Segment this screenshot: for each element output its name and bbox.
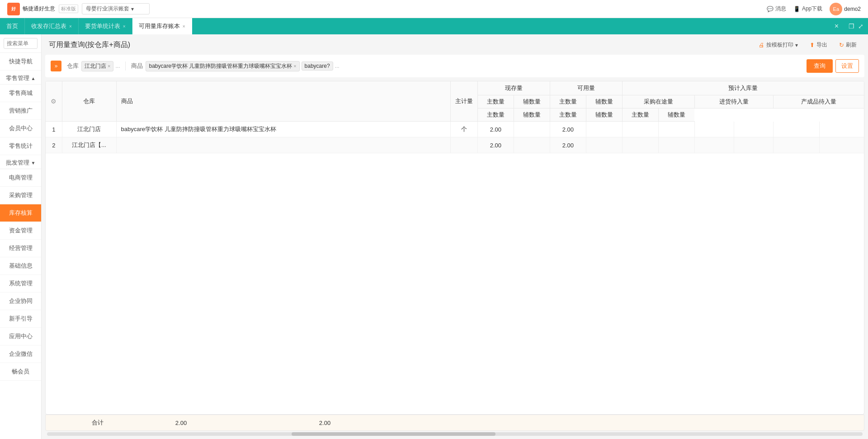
user-profile[interactable]: Ea demo2: [830, 3, 861, 15]
cell-purchase-main-1: [622, 122, 658, 137]
sidebar-item-member[interactable]: 会员中心: [0, 120, 41, 137]
settings-button[interactable]: 设置: [835, 59, 859, 73]
table-row: 1 江北门店 babycare学饮杯 儿童防摔防撞吸管杯重力球吸嘴杯宝宝水杯 个…: [46, 122, 864, 137]
sidebar-nav: 零售管理 ▲ 零售商城 营销推广 会员中心 零售统计 批发管理 ▼ 电商管理: [0, 71, 41, 381]
tab-order[interactable]: 要货单统计表 ×: [79, 18, 132, 34]
restore-icon[interactable]: ❐: [848, 22, 855, 31]
maximize-icon[interactable]: ⤢: [857, 22, 864, 31]
th-product: 商品: [116, 81, 450, 122]
search-input[interactable]: [4, 38, 38, 49]
tab-receipt-close[interactable]: ×: [69, 24, 72, 29]
scrollbar-thumb[interactable]: [292, 432, 495, 436]
sidebar-item-finance[interactable]: 资金管理: [0, 222, 41, 240]
footer-incoming-aux: [648, 420, 720, 426]
message-button[interactable]: 💬 消息: [767, 5, 786, 13]
message-label: 消息: [775, 5, 786, 13]
page-actions: 🖨 按模板打印 ▾ ⬆ 导出 ↻ 刷新: [755, 39, 861, 51]
th-incoming-aux: 辅数量: [586, 109, 622, 122]
th-production-main: 主数量: [622, 109, 658, 122]
th-stock-main: 主数量: [477, 95, 514, 109]
close-all-tabs[interactable]: ×: [829, 18, 844, 34]
sidebar-retail-mgmt-label: 零售管理: [6, 74, 29, 82]
cell-production-main-1: [774, 122, 819, 137]
account-selector-value: 母婴行业演示账套: [86, 5, 129, 13]
expand-filter-button[interactable]: »: [51, 61, 61, 71]
sidebar-item-retail-mgmt[interactable]: 零售管理 ▲: [0, 71, 41, 85]
warehouse-filter: 仓库 江北门店 × ...: [67, 61, 120, 71]
cell-product-2: [116, 137, 450, 153]
table-row: 2 江北门店【... 2.00 2.00: [46, 137, 864, 153]
footer-label: 合计: [46, 419, 145, 427]
warehouse-tag-1[interactable]: 江北门店 ×: [81, 61, 113, 71]
sidebar: 快捷导航 零售管理 ▲ 零售商城 营销推广 会员中心 零售统计 批发管理 ▼: [0, 34, 42, 439]
cell-available-aux-2: [586, 137, 622, 153]
sidebar-item-inventory-check[interactable]: 库存核算: [0, 204, 41, 222]
warehouse-tags: 江北门店 × ...: [81, 61, 120, 71]
sidebar-item-vip[interactable]: 畅会员: [0, 363, 41, 381]
sidebar-item-basic-info[interactable]: 基础信息: [0, 257, 41, 275]
page-title: 可用量查询(按仓库+商品): [49, 40, 130, 50]
filter-divider: [125, 61, 126, 71]
gear-icon[interactable]: ⚙: [51, 98, 57, 105]
account-selector[interactable]: 母婴行业演示账套 ▾: [82, 3, 150, 14]
cell-purchase-aux-1: [658, 122, 694, 137]
sidebar-item-app-center[interactable]: 应用中心: [0, 328, 41, 345]
tab-home[interactable]: 首页: [0, 18, 25, 34]
sidebar-item-wholesale-mgmt[interactable]: 批发管理 ▼: [0, 155, 41, 169]
sidebar-item-newbie[interactable]: 新手引导: [0, 310, 41, 328]
tab-order-close[interactable]: ×: [123, 24, 126, 29]
th-purchase-group: 采购在途量: [622, 95, 694, 109]
product-tag-close-1[interactable]: ×: [293, 63, 296, 69]
cell-available-aux-1: [586, 122, 622, 137]
product-tag-2[interactable]: babycare?: [302, 61, 333, 71]
sidebar-item-purchase[interactable]: 采购管理: [0, 187, 41, 204]
logo-text: 畅捷通好生意: [23, 5, 55, 13]
sidebar-item-retail-shop[interactable]: 零售商城: [0, 85, 41, 102]
warehouse-more[interactable]: ...: [115, 63, 120, 69]
tab-inventory-close[interactable]: ×: [183, 24, 185, 29]
scrollbar-track: [47, 432, 863, 436]
app-download-button[interactable]: 📱 App下载: [793, 5, 822, 13]
print-button[interactable]: 🖨 按模板打印 ▾: [755, 39, 802, 51]
cell-stock-aux-1: [514, 122, 550, 137]
cell-production-aux-1: [819, 122, 864, 137]
footer-stock-main: 2.00: [145, 420, 217, 426]
table-footer: 合计 2.00 2.00: [45, 415, 864, 431]
warehouse-tag-close[interactable]: ×: [108, 63, 110, 69]
sidebar-item-quick-nav[interactable]: 快捷导航: [0, 53, 41, 71]
cell-warehouse-2: 江北门店【...: [62, 137, 116, 153]
warehouse-label: 仓库: [67, 62, 79, 70]
top-bar-left: 好 畅捷通好生意 标准版 母婴行业演示账套 ▾: [7, 3, 150, 15]
product-tag-1[interactable]: babycare学饮杯 儿童防摔防撞吸管杯重力球吸嘴杯宝宝水杯 ×: [146, 61, 299, 71]
footer-stock-aux: [217, 420, 289, 426]
horizontal-scrollbar[interactable]: [45, 431, 864, 437]
product-tag-text-1: babycare学饮杯 儿童防摔防撞吸管杯重力球吸嘴杯宝宝水杯: [149, 62, 292, 70]
footer-available-aux: [361, 420, 433, 426]
cell-no-2: 2: [46, 137, 62, 153]
th-incoming-main: 主数量: [550, 109, 586, 122]
th-warehouse: 仓库: [62, 81, 116, 122]
th-unit: 主计量: [450, 81, 477, 122]
avatar: Ea: [830, 3, 842, 15]
sidebar-item-retail-stats[interactable]: 零售统计: [0, 137, 41, 155]
th-settings[interactable]: ⚙: [46, 81, 62, 122]
filter-bar: » 仓库 江北门店 × ... 商品 babycare学饮杯 儿童防摔防撞吸管杯…: [45, 55, 864, 77]
th-purchase-main: 主数量: [477, 109, 514, 122]
query-button[interactable]: 查询: [807, 59, 833, 73]
footer-purchase-aux: [505, 420, 576, 426]
nav-tabs: 首页 收发存汇总表 × 要货单统计表 × 可用量库存账本 × × ❐ ⤢: [0, 18, 868, 34]
refresh-button[interactable]: ↻ 刷新: [835, 39, 861, 51]
th-production-aux: 辅数量: [658, 109, 694, 122]
sidebar-item-marketing[interactable]: 营销推广: [0, 102, 41, 120]
sidebar-item-operations[interactable]: 经营管理: [0, 240, 41, 257]
cell-available-main-1: 2.00: [550, 122, 586, 137]
export-button[interactable]: ⬆ 导出: [806, 39, 831, 51]
sidebar-item-enterprise-wechat[interactable]: 企业微信: [0, 345, 41, 363]
sidebar-item-system[interactable]: 系统管理: [0, 275, 41, 293]
tab-inventory[interactable]: 可用量库存账本 ×: [132, 18, 192, 34]
tab-receipt[interactable]: 收发存汇总表 ×: [25, 18, 79, 34]
cell-warehouse-1: 江北门店: [62, 122, 116, 137]
sidebar-item-ecommerce[interactable]: 电商管理: [0, 169, 41, 187]
product-more[interactable]: ...: [335, 63, 340, 69]
sidebar-item-enterprise[interactable]: 企业协同: [0, 293, 41, 310]
